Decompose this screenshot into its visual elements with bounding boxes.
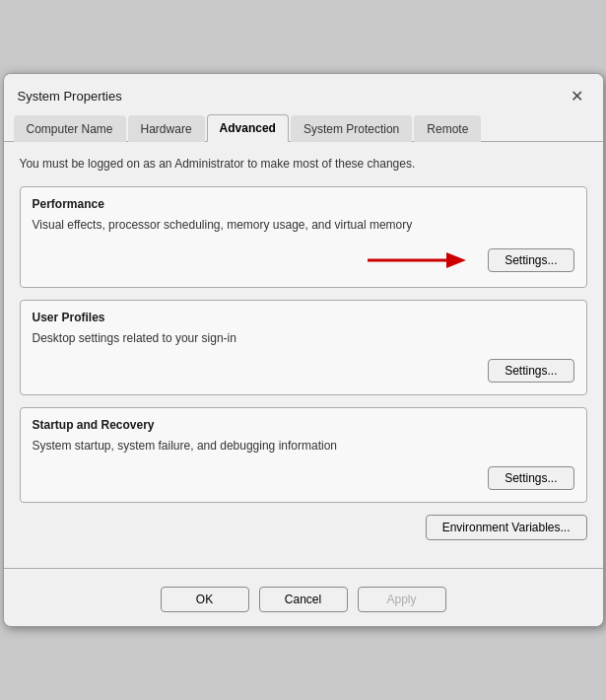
- startup-recovery-footer: Settings...: [33, 466, 574, 490]
- startup-recovery-desc: System startup, system failure, and debu…: [33, 438, 574, 455]
- tab-system-protection[interactable]: System Protection: [291, 115, 412, 142]
- main-content: You must be logged on as an Administrato…: [4, 142, 603, 567]
- window-title: System Properties: [18, 89, 122, 104]
- arrow-container: [33, 245, 477, 275]
- user-profiles-section: User Profiles Desktop settings related t…: [20, 300, 587, 395]
- tab-remote[interactable]: Remote: [414, 115, 481, 142]
- performance-desc: Visual effects, processor scheduling, me…: [33, 217, 574, 234]
- user-profiles-title: User Profiles: [33, 311, 574, 324]
- tab-advanced[interactable]: Advanced: [207, 114, 289, 142]
- tab-hardware[interactable]: Hardware: [128, 115, 205, 142]
- user-profiles-footer: Settings...: [33, 359, 574, 383]
- tab-bar: Computer Name Hardware Advanced System P…: [4, 113, 603, 142]
- admin-notice: You must be logged on as an Administrato…: [20, 156, 587, 173]
- environment-variables-area: Environment Variables...: [20, 515, 587, 540]
- ok-button[interactable]: OK: [161, 587, 249, 612]
- startup-recovery-section: Startup and Recovery System startup, sys…: [20, 407, 587, 503]
- performance-settings-button[interactable]: Settings...: [488, 248, 573, 272]
- user-profiles-settings-button[interactable]: Settings...: [488, 359, 573, 383]
- environment-variables-button[interactable]: Environment Variables...: [426, 515, 587, 540]
- svg-marker-1: [446, 252, 466, 268]
- apply-button[interactable]: Apply: [358, 587, 446, 612]
- startup-recovery-settings-button[interactable]: Settings...: [488, 466, 573, 490]
- user-profiles-desc: Desktop settings related to your sign-in: [33, 330, 574, 347]
- system-properties-window: System Properties ✕ Computer Name Hardwa…: [3, 73, 604, 626]
- performance-footer: Settings...: [33, 245, 574, 275]
- bottom-buttons: OK Cancel Apply: [4, 579, 603, 626]
- bottom-divider: [4, 568, 603, 569]
- red-arrow-icon: [368, 245, 466, 275]
- tab-computer-name[interactable]: Computer Name: [14, 115, 126, 142]
- close-button[interactable]: ✕: [566, 84, 589, 107]
- performance-section: Performance Visual effects, processor sc…: [20, 186, 587, 288]
- cancel-button[interactable]: Cancel: [259, 587, 348, 612]
- title-bar: System Properties ✕: [4, 74, 603, 113]
- performance-title: Performance: [33, 197, 574, 211]
- startup-recovery-title: Startup and Recovery: [33, 418, 574, 432]
